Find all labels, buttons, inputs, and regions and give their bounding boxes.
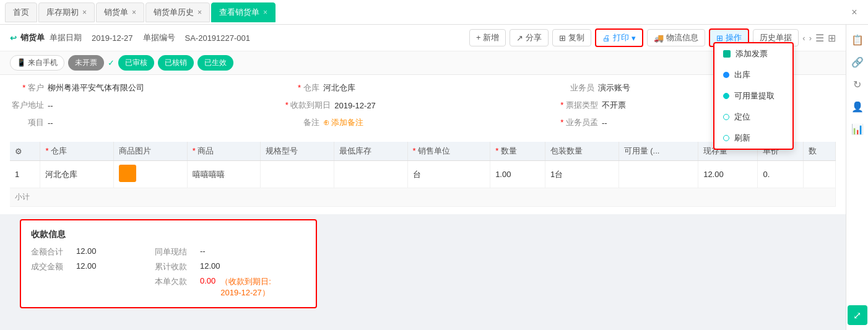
tab-sales-history-label: 销货单历史 <box>154 7 194 18</box>
payment-same-order: 同单现结 -- <box>155 246 279 258</box>
payment-grid: 金额合计 12.00 同单现结 -- 成交金额 12.00 累计收款 12.00 <box>31 246 306 298</box>
status-effective[interactable]: 已生效 <box>197 55 233 71</box>
nav-next-icon[interactable]: › <box>809 33 812 43</box>
payment-title: 收款信息 <box>31 229 306 240</box>
due-date-value: 2019-12-27 <box>334 101 376 110</box>
cell-unit-price: 0. <box>758 161 804 188</box>
tab-view-sales[interactable]: 查看销货单 × <box>211 2 276 22</box>
col-gear: ⚙ <box>10 142 40 161</box>
sidebar-icon-link[interactable]: 🔗 <box>848 52 867 72</box>
print-button[interactable]: 🖨 打印 ▾ <box>595 28 643 47</box>
copy-icon: ⊞ <box>559 33 566 43</box>
col-spec: 规格型号 <box>261 142 334 161</box>
share-button[interactable]: ↗ 分享 <box>510 29 549 46</box>
nav-prev-icon[interactable]: ‹ <box>802 33 805 43</box>
note-field: 备注 ⊕ 添加备注 <box>285 117 561 128</box>
arrears-value: 0.00 <box>200 276 215 298</box>
note-add-btn[interactable]: ⊕ 添加备注 <box>323 117 364 128</box>
status-sold[interactable]: 已核销 <box>158 55 194 71</box>
warehouse-value: 河北仓库 <box>323 82 355 93</box>
doc-number-label: 单据编号 <box>143 32 175 43</box>
tab-sales-label: 销货单 <box>104 7 128 18</box>
col-pack-qty: 包装数量 <box>545 142 618 161</box>
table-row: 1 河北仓库 嘻嘻嘻嘻 台 1.00 1台 12.00 0. <box>10 161 836 188</box>
col-quantity: 数量 <box>490 142 545 161</box>
status-not-open[interactable]: 未开票 <box>68 55 104 71</box>
cell-min-stock <box>334 161 407 188</box>
payment-transaction: 成交金额 12.00 <box>31 261 155 272</box>
page-wrapper: 首页 库存期初 × 销货单 × 销货单历史 × 查看销货单 × × ↩ 销货单 <box>0 0 868 330</box>
tab-home[interactable]: 首页 <box>5 2 37 22</box>
sidebar-icon-doc[interactable]: 📋 <box>848 30 867 50</box>
ticket-type-label: 票据类型 <box>560 100 598 111</box>
tab-inventory[interactable]: 库存期初 × <box>38 2 95 22</box>
new-button[interactable]: + 新增 <box>469 29 506 46</box>
staff-value: 演示账号 <box>598 82 630 93</box>
transaction-label: 成交金额 <box>31 261 71 272</box>
salesperson-label: 业务员孟 <box>560 117 598 128</box>
add-note-icon: ⊕ <box>323 118 329 127</box>
cell-current-stock: 12.00 <box>698 161 758 188</box>
doc-title: ↩ 销货单 <box>10 32 45 43</box>
print-icon: 🖨 <box>602 33 610 43</box>
warehouse-field: 仓库 河北仓库 <box>285 82 561 93</box>
address-field: 客户地址 -- <box>10 100 285 111</box>
arrears-note: （收款到期日: 2019-12-27） <box>220 276 279 298</box>
table-wrapper: ⚙ 仓库 商品图片 商品 规格型号 最低库存 销售单位 数量 包装数量 可用量 … <box>0 142 846 214</box>
sidebar-icon-expand[interactable]: ⤢ <box>848 305 867 325</box>
note-label: 备注 <box>285 117 319 128</box>
copy-button[interactable]: ⊞ 复制 <box>552 29 591 46</box>
operate-icon: ⊞ <box>716 33 723 43</box>
cell-pack-qty: 1台 <box>545 161 618 188</box>
same-order-value: -- <box>200 246 206 258</box>
doc-type-label: 销货单 <box>20 32 45 43</box>
sidebar-icon-user[interactable]: 👤 <box>848 97 867 116</box>
outbound-icon <box>723 72 729 78</box>
tab-sales-history-close[interactable]: × <box>197 8 202 17</box>
share-icon: ↗ <box>516 33 523 43</box>
dropdown-item-outbound[interactable]: 出库 <box>714 64 792 85</box>
check-icon: ✓ <box>108 58 115 67</box>
tab-sales[interactable]: 销货单 × <box>96 2 144 22</box>
form-row-3: 项目 -- 备注 ⊕ 添加备注 业务员孟 -- <box>10 117 836 128</box>
table-header-row: ⚙ 仓库 商品图片 商品 规格型号 最低库存 销售单位 数量 包装数量 可用量 … <box>10 142 836 161</box>
tab-inventory-close[interactable]: × <box>82 8 87 17</box>
warehouse-label: 仓库 <box>285 82 319 93</box>
payment-section: 收款信息 金额合计 12.00 同单现结 -- 成交金额 12.00 <box>0 214 846 323</box>
add-invoice-icon <box>723 50 731 58</box>
cell-available <box>618 161 698 188</box>
dropdown-item-refresh[interactable]: 刷新 <box>714 128 792 149</box>
dropdown-menu: 添加发票 出库 可用量提取 定位 刷新 <box>713 42 794 150</box>
col-min-stock: 最低库存 <box>334 142 407 161</box>
locate-icon <box>723 114 729 120</box>
sidebar-icon-chart[interactable]: 📊 <box>848 119 867 139</box>
status-checked[interactable]: 已审核 <box>118 55 154 71</box>
due-date-label: 收款到期日 <box>285 100 331 111</box>
due-date-field: 收款到期日 2019-12-27 <box>285 100 561 111</box>
dropdown-item-locate[interactable]: 定位 <box>714 106 792 128</box>
cell-spec <box>261 161 334 188</box>
view-grid-icon[interactable]: ⊞ <box>828 32 836 44</box>
product-image <box>119 165 136 182</box>
col-product-img: 商品图片 <box>114 142 188 161</box>
tab-sales-close[interactable]: × <box>132 8 136 17</box>
salesperson-field: 业务员孟 -- <box>560 117 836 128</box>
logistics-button[interactable]: 🚚 物流信息 <box>647 29 705 46</box>
tab-home-label: 首页 <box>13 7 29 18</box>
window-close-button[interactable]: × <box>846 4 863 21</box>
doc-meta: 单据日期 2019-12-27 单据编号 SA-20191227-001 <box>50 32 250 43</box>
status-from-phone[interactable]: 📱 来自手机 <box>10 55 64 71</box>
col-unit: 销售单位 <box>407 142 490 161</box>
ticket-type-value: 不开票 <box>602 100 626 111</box>
tab-sales-history[interactable]: 销货单历史 × <box>145 2 210 22</box>
sidebar-icon-refresh[interactable]: ↻ <box>848 74 867 94</box>
dropdown-item-add-invoice[interactable]: 添加发票 <box>714 43 792 64</box>
transaction-value: 12.00 <box>76 261 97 272</box>
customer-value: 柳州粤港平安气体有限公司 <box>48 82 144 93</box>
view-list-icon[interactable]: ☰ <box>815 32 824 44</box>
payment-box: 收款信息 金额合计 12.00 同单现结 -- 成交金额 12.00 <box>20 219 317 308</box>
tab-view-sales-close[interactable]: × <box>263 8 267 17</box>
right-sidebar: 📋 🔗 ↻ 👤 📊 ⤢ <box>846 25 868 330</box>
doc-number-value: SA-20191227-001 <box>185 33 251 43</box>
dropdown-item-available[interactable]: 可用量提取 <box>714 85 792 106</box>
